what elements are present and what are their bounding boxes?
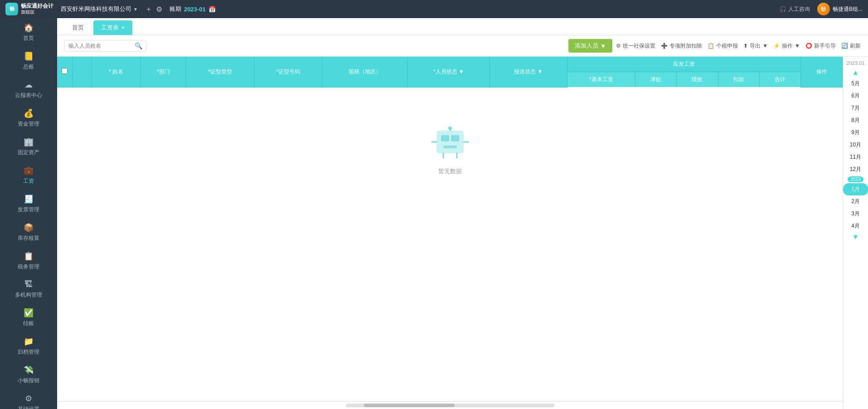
month-2-2023[interactable]: 2月 <box>843 195 868 208</box>
sidebar-item-fund[interactable]: 💰 资金管理 <box>0 104 57 132</box>
empty-icon <box>427 124 473 160</box>
th-deduct: 扣款 <box>718 72 759 88</box>
fund-icon: 💰 <box>24 108 34 118</box>
svg-rect-1 <box>441 135 449 141</box>
sidebar-item-expense[interactable]: 💸 小畅报销 <box>0 360 57 389</box>
avatar: 畅 <box>817 3 830 15</box>
refresh-btn[interactable]: 🔄 刷新 <box>841 42 861 50</box>
sidebar-label-settings: 基础设置 <box>18 405 39 409</box>
company-name: 西安虾米网络科技有限公司 <box>61 5 131 13</box>
tab-close-icon[interactable]: × <box>121 24 125 31</box>
home-icon: 🏠 <box>24 23 34 33</box>
export-dropdown-icon: ▼ <box>762 43 768 49</box>
sidebar-label-invoice: 发票管理 <box>18 206 39 214</box>
user-name: 畅捷通B组... <box>833 5 863 13</box>
operations-btn[interactable]: ⚡ 操作 ▼ <box>773 42 800 50</box>
select-all-checkbox[interactable] <box>62 68 68 74</box>
table-and-panel: * 姓名 *部门 *证型类型 *证型号码 国籍（地区） *人员状态 ▼ 报送状态… <box>57 57 868 409</box>
toolbar-actions: ⚙ 统一社保设置 ➕ 专项附加扣除 📋 个税申报 ⬆ 导出 ▼ ⚡ <box>616 42 861 50</box>
sidebar-item-tax[interactable]: 📋 税务管理 <box>0 247 57 275</box>
top-bar: 畅 畅应通好会计 旗舰版 西安虾米网络科技有限公司 ▼ ＋ ⚙ 账期 2023-… <box>0 0 868 18</box>
settings-icon[interactable]: ⚙ <box>156 5 162 14</box>
month-7[interactable]: 7月 <box>843 102 868 114</box>
month-5[interactable]: 5月 <box>843 78 868 90</box>
month-1-2023[interactable]: 1月 <box>843 183 868 195</box>
sidebar-label-salary: 工资 <box>23 177 34 185</box>
th-cert-type: *证型类型 <box>186 57 254 87</box>
month-8[interactable]: 8月 <box>843 114 868 127</box>
sidebar-item-ledger[interactable]: 📒 总账 <box>0 47 57 75</box>
individual-tax-btn[interactable]: 📋 个税申报 <box>708 42 738 50</box>
user-button[interactable]: 畅 畅捷通B组... <box>817 3 863 15</box>
guide-btn[interactable]: ⭕ 新手引导 <box>805 42 836 50</box>
month-10[interactable]: 10月 <box>843 139 868 151</box>
month-11[interactable]: 11月 <box>843 151 868 163</box>
sidebar-item-settings[interactable]: ⚙ 基础设置 <box>0 389 57 409</box>
tab-home[interactable]: 首页 <box>64 20 92 35</box>
assets-icon: 🏢 <box>24 137 34 147</box>
toolbar: 🔍 添加人员 ▼ ⚙ 统一社保设置 ➕ 专项附加扣除 📋 个税申报 <box>57 35 868 57</box>
table-wrapper: * 姓名 *部门 *证型类型 *证型号码 国籍（地区） *人员状态 ▼ 报送状态… <box>57 57 843 409</box>
svg-rect-0 <box>436 131 464 153</box>
search-input[interactable] <box>68 43 132 49</box>
sidebar-label-expense: 小畅报销 <box>18 377 39 385</box>
scrollbar-thumb[interactable] <box>364 404 455 407</box>
month-12[interactable]: 12月 <box>843 163 868 175</box>
sidebar-item-archive[interactable]: 📁 归档管理 <box>0 332 57 360</box>
th-performance: 绩效 <box>677 72 718 88</box>
period-value: 2023-01 <box>184 6 206 13</box>
sidebar-item-multiorg[interactable]: 🏗 多机构管理 <box>0 275 57 303</box>
th-check[interactable] <box>57 57 73 87</box>
up-nav-icon[interactable]: ▲ <box>852 68 859 78</box>
month-4-2023[interactable]: 4月 <box>843 220 868 232</box>
add-icon[interactable]: ＋ <box>145 5 152 14</box>
table-scroll-container[interactable]: * 姓名 *部门 *证型类型 *证型号码 国籍（地区） *人员状态 ▼ 报送状态… <box>57 57 843 401</box>
sidebar-label-ledger: 总账 <box>23 63 34 71</box>
table-scrollbar[interactable] <box>57 401 843 409</box>
archive-icon: 📁 <box>24 336 34 346</box>
topbar-right: 🎧 人工咨询 畅 畅捷通B组... <box>780 3 863 15</box>
svg-rect-2 <box>451 135 459 141</box>
down-nav-icon[interactable]: ▼ <box>852 232 859 242</box>
calendar-icon[interactable]: 📅 <box>209 6 216 13</box>
table-header-row1: * 姓名 *部门 *证型类型 *证型号码 国籍（地区） *人员状态 ▼ 报送状态… <box>57 57 843 72</box>
invoice-icon: 🧾 <box>24 194 34 204</box>
sidebar-item-report[interactable]: ☁ 云报表中心 <box>0 75 57 104</box>
year-2023-badge: 2023 <box>848 176 863 182</box>
help-button[interactable]: 🎧 人工咨询 <box>780 5 810 13</box>
add-person-button[interactable]: 添加人员 ▼ <box>568 39 612 53</box>
main-layout: 🏠 首页 📒 总账 ☁ 云报表中心 💰 资金管理 🏢 固定资产 💼 工资 🧾 发… <box>0 18 868 409</box>
th-report-status: 报送状态 ▼ <box>490 57 567 87</box>
sidebar-item-close[interactable]: ✅ 结账 <box>0 303 57 332</box>
sidebar-item-salary[interactable]: 💼 工资 <box>0 161 57 190</box>
th-dept: *部门 <box>141 57 186 87</box>
tab-salary-table[interactable]: 工资表 × <box>93 20 132 35</box>
search-box: 🔍 <box>64 40 146 52</box>
sidebar-item-assets[interactable]: 🏢 固定资产 <box>0 132 57 161</box>
company-selector[interactable]: 西安虾米网络科技有限公司 ▼ <box>61 5 138 13</box>
th-salary-group: 应发工资 <box>567 57 801 72</box>
th-country: 国籍（地区） <box>322 57 407 87</box>
sidebar-label-report: 云报表中心 <box>15 92 42 99</box>
month-9[interactable]: 9月 <box>843 127 868 139</box>
right-panel: 2023.01 ▲ 5月 6月 7月 8月 9月 10月 <box>843 57 868 409</box>
month-3-2023[interactable]: 3月 <box>843 208 868 220</box>
sidebar-item-invoice[interactable]: 🧾 发票管理 <box>0 190 57 218</box>
logo-sub: 旗舰版 <box>21 9 53 15</box>
report-icon: ☁ <box>24 80 33 90</box>
export-btn[interactable]: ⬆ 导出 ▼ <box>743 42 768 50</box>
sidebar-item-inventory[interactable]: 📦 库存核算 <box>0 218 57 247</box>
sidebar-label-home: 首页 <box>23 34 34 42</box>
th-cert-no: *证型号码 <box>254 57 322 87</box>
close-accounts-icon: ✅ <box>24 308 34 318</box>
sidebar-item-home[interactable]: 🏠 首页 <box>0 18 57 47</box>
svg-point-8 <box>448 127 452 130</box>
guide-circle-icon: ⭕ <box>805 43 812 49</box>
operations-dropdown-icon: ▼ <box>795 43 800 49</box>
dropdown-arrow-icon: ▼ <box>600 43 606 49</box>
month-6[interactable]: 6月 <box>843 90 868 102</box>
current-period-label: 2023.01 <box>847 58 865 68</box>
social-security-btn[interactable]: ⚙ 统一社保设置 <box>616 42 655 50</box>
th-total: 合计 <box>759 72 800 88</box>
special-deduct-btn[interactable]: ➕ 专项附加扣除 <box>661 42 702 50</box>
